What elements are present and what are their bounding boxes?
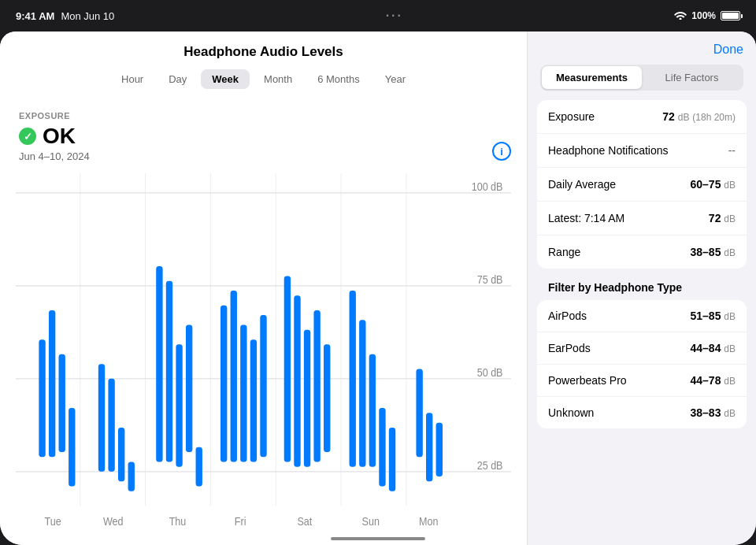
svg-rect-23 bbox=[166, 281, 172, 462]
svg-rect-33 bbox=[294, 295, 300, 466]
metric-value-exposure: 72 dB (18h 20m) bbox=[662, 110, 736, 123]
svg-rect-19 bbox=[108, 379, 114, 472]
filter-row-earpods: EarPods 44–84 dB bbox=[537, 332, 747, 365]
filter-section-header: Filter by Headphone Type bbox=[537, 278, 747, 300]
svg-rect-36 bbox=[324, 344, 330, 452]
info-button[interactable]: i bbox=[492, 142, 511, 161]
tab-year[interactable]: Year bbox=[374, 69, 417, 89]
svg-rect-29 bbox=[240, 325, 246, 462]
status-bar-left: 9:41 AM Mon Jun 10 bbox=[16, 10, 114, 22]
metric-label-latest: Latest: 7:14 AM bbox=[548, 212, 624, 224]
chart-svg: 100 dB 75 dB 50 dB 25 dB bbox=[16, 173, 511, 545]
filter-label-earpods: EarPods bbox=[548, 342, 591, 354]
svg-rect-31 bbox=[260, 315, 266, 457]
svg-rect-24 bbox=[176, 344, 182, 466]
svg-rect-14 bbox=[39, 339, 45, 457]
segment-life-factors[interactable]: Life Factors bbox=[642, 66, 742, 89]
metric-label-range: Range bbox=[548, 246, 580, 258]
filter-value-earpods: 44–84 dB bbox=[690, 342, 736, 354]
svg-rect-43 bbox=[426, 413, 432, 481]
date-display: Mon Jun 10 bbox=[61, 10, 114, 22]
svg-rect-25 bbox=[186, 325, 192, 452]
filter-label-powerbeats: Powerbeats Pro bbox=[548, 374, 627, 387]
metric-label-exposure: Exposure bbox=[548, 110, 595, 123]
metric-value-latest: 72 dB bbox=[709, 212, 736, 224]
exposure-label: EXPOSURE bbox=[19, 111, 508, 120]
svg-text:100 dB: 100 dB bbox=[472, 180, 503, 193]
metric-label-daily-average: Daily Average bbox=[548, 178, 616, 191]
svg-rect-37 bbox=[350, 291, 356, 467]
filter-label-airpods: AirPods bbox=[548, 310, 587, 322]
svg-text:Thu: Thu bbox=[169, 515, 187, 528]
tab-6months[interactable]: 6 Months bbox=[306, 69, 370, 89]
svg-rect-27 bbox=[220, 306, 227, 462]
segment-measurements[interactable]: Measurements bbox=[542, 66, 642, 89]
ok-badge: ✓ bbox=[19, 128, 36, 145]
svg-rect-30 bbox=[250, 339, 257, 462]
status-bar: 9:41 AM Mon Jun 10 ··· 100% bbox=[0, 0, 756, 32]
svg-rect-41 bbox=[389, 428, 395, 491]
filter-value-airpods: 51–85 dB bbox=[690, 310, 736, 322]
svg-rect-21 bbox=[128, 462, 135, 491]
svg-rect-40 bbox=[379, 408, 385, 486]
device-frame: 9:41 AM Mon Jun 10 ··· 100% bbox=[0, 0, 756, 545]
svg-rect-28 bbox=[231, 291, 237, 462]
svg-text:25 dB: 25 dB bbox=[477, 459, 503, 472]
metric-value-range: 38–85 dB bbox=[690, 246, 736, 258]
metrics-card: Exposure 72 dB (18h 20m) Headphone Notif… bbox=[537, 100, 747, 269]
exposure-ok-text: OK bbox=[43, 124, 76, 149]
svg-rect-20 bbox=[118, 428, 124, 481]
metric-value-headphone-notifications: -- bbox=[728, 144, 736, 157]
tab-week[interactable]: Week bbox=[201, 69, 250, 89]
metric-row-latest: Latest: 7:14 AM 72 dB bbox=[537, 202, 747, 235]
svg-rect-17 bbox=[69, 408, 75, 486]
filter-row-airpods: AirPods 51–85 dB bbox=[537, 300, 747, 332]
svg-rect-34 bbox=[304, 330, 310, 467]
svg-text:Sun: Sun bbox=[362, 515, 380, 528]
svg-rect-44 bbox=[436, 423, 443, 476]
svg-rect-18 bbox=[98, 364, 105, 472]
svg-text:Wed: Wed bbox=[103, 515, 124, 528]
svg-rect-39 bbox=[369, 354, 376, 467]
chart-area: i 100 dB 75 dB 50 dB 25 dB bbox=[0, 173, 527, 545]
right-panel: Done Measurements Life Factors Exposure … bbox=[528, 32, 756, 545]
battery-icon bbox=[721, 11, 740, 20]
svg-rect-42 bbox=[416, 369, 422, 457]
done-button[interactable]: Done bbox=[713, 43, 743, 57]
filter-row-unknown: Unknown 38–83 dB bbox=[537, 397, 747, 428]
metric-value-daily-average: 60–75 dB bbox=[690, 178, 736, 191]
svg-rect-26 bbox=[196, 447, 202, 487]
time-display: 9:41 AM bbox=[16, 10, 54, 22]
filter-card: AirPods 51–85 dB EarPods 44–84 dB Powerb… bbox=[537, 300, 747, 428]
filter-row-powerbeats: Powerbeats Pro 44–78 dB bbox=[537, 365, 747, 397]
chart-title: Headphone Audio Levels bbox=[16, 44, 511, 60]
svg-rect-16 bbox=[59, 354, 65, 452]
segment-control: Measurements Life Factors bbox=[540, 65, 743, 91]
status-dots: ··· bbox=[386, 9, 403, 23]
svg-rect-38 bbox=[359, 320, 365, 466]
metric-label-headphone-notifications: Headphone Notifications bbox=[548, 144, 669, 157]
exposure-status: ✓ OK bbox=[19, 124, 508, 149]
metric-row-headphone-notifications: Headphone Notifications -- bbox=[537, 134, 747, 168]
filter-value-powerbeats: 44–78 dB bbox=[690, 374, 736, 387]
tab-hour[interactable]: Hour bbox=[110, 69, 154, 89]
tab-month[interactable]: Month bbox=[253, 69, 303, 89]
main-content: Headphone Audio Levels Hour Day Week Mon… bbox=[0, 32, 756, 545]
exposure-date: Jun 4–10, 2024 bbox=[19, 150, 508, 162]
status-bar-center: ··· bbox=[386, 9, 403, 23]
svg-text:Fri: Fri bbox=[235, 515, 246, 528]
time-tabs: Hour Day Week Month 6 Months Year bbox=[16, 69, 511, 89]
svg-text:50 dB: 50 dB bbox=[477, 366, 503, 379]
svg-text:Sat: Sat bbox=[297, 515, 312, 528]
chart-inner: i 100 dB 75 dB 50 dB 25 dB bbox=[16, 173, 511, 545]
right-panel-header: Done bbox=[528, 32, 756, 65]
filter-label-unknown: Unknown bbox=[548, 406, 594, 419]
svg-rect-32 bbox=[284, 276, 291, 462]
status-bar-right: 100% bbox=[674, 10, 740, 22]
chart-panel: Headphone Audio Levels Hour Day Week Mon… bbox=[0, 32, 528, 545]
wifi-icon bbox=[674, 10, 687, 22]
battery-text: 100% bbox=[691, 10, 716, 21]
svg-rect-35 bbox=[313, 310, 320, 462]
metric-row-exposure: Exposure 72 dB (18h 20m) bbox=[537, 100, 747, 134]
tab-day[interactable]: Day bbox=[158, 69, 198, 89]
